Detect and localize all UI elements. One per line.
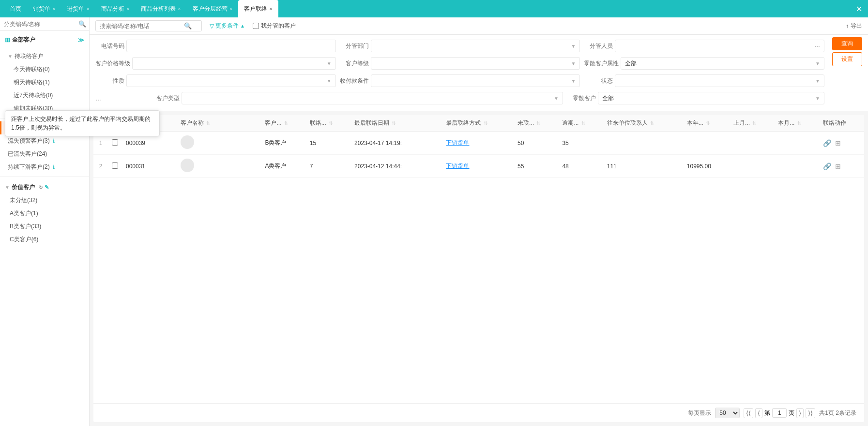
nav-tab-analysis-list[interactable]: 商品分析列表 × (135, 0, 186, 17)
nav-tab-customer-segment[interactable]: 客户分层经营 × (187, 0, 238, 17)
person-select[interactable]: ··· (615, 40, 824, 52)
close-analysis-list-tab[interactable]: × (178, 6, 181, 12)
status-select[interactable]: ▼ (615, 74, 824, 87)
last-page-button[interactable]: ⟩⟩ (806, 408, 815, 418)
sidebar-collapse-icon[interactable]: ≫ (78, 37, 84, 44)
col-last-date[interactable]: 最后联络日期 ⇅ (350, 115, 442, 132)
sidebar-item-churn-warning[interactable]: 流失预警客户(3) ℹ (0, 134, 89, 147)
retail-customer-select[interactable]: 全部 ▼ (598, 92, 824, 104)
phone-select[interactable] (126, 40, 336, 52)
row-last-date-1: 2023-04-17 14:19: (350, 132, 442, 155)
row-last-method-1[interactable]: 下销货单 (442, 132, 514, 155)
sidebar-search-input[interactable] (4, 21, 76, 28)
col-type[interactable]: 客户... ⇅ (261, 115, 305, 132)
sidebar-search-icon[interactable]: 🔍 (78, 20, 86, 28)
close-analysis-tab[interactable]: × (126, 6, 129, 12)
close-purchase-tab[interactable]: × (86, 6, 89, 12)
col-last-method[interactable]: 最后联络方式 ⇅ (442, 115, 514, 132)
filter-arrow-icon: ▲ (240, 23, 245, 29)
col-this-month[interactable]: 本月... ⇅ (774, 115, 819, 132)
refresh-icon[interactable]: ↻ (39, 185, 43, 190)
row-overdue-1: 35 (558, 132, 603, 155)
pending-group-title[interactable]: ▼ 待联络客户 (0, 50, 89, 63)
value-customers-header[interactable]: ▼ 价值客户 ↻ ✎ (0, 181, 89, 194)
price-level-select[interactable]: ▼ (132, 57, 336, 70)
window-close-button[interactable]: ✕ (856, 4, 862, 14)
nav-tab-purchase[interactable]: 进货单 × (61, 0, 95, 17)
settings-button[interactable]: 设置 (832, 52, 862, 66)
col-this-year[interactable]: 本年... ⇅ (683, 115, 730, 132)
sidebar-item-class-c[interactable]: C类客户(6) (0, 233, 89, 246)
more-filter-button[interactable]: ▽ 更多条件 ▲ (206, 22, 249, 30)
page-size-select[interactable]: 50 100 200 (715, 408, 740, 418)
page-number-input[interactable] (772, 408, 787, 418)
sidebar-item-class-a[interactable]: A类客户(1) (0, 207, 89, 220)
search-icon[interactable]: 🔍 (184, 22, 192, 29)
close-customer-contact-tab[interactable]: × (269, 6, 272, 12)
type-sort-icon: ⇅ (284, 120, 288, 126)
gender-select[interactable]: ▼ (126, 74, 336, 87)
dept-select[interactable]: ▼ (371, 40, 580, 52)
sidebar-item-tomorrow[interactable]: 明天待联络(1) (0, 76, 89, 89)
row-1-grid-icon[interactable]: ⊞ (835, 139, 841, 147)
sidebar-all-customers-header[interactable]: ⊞ 全部客户 ≫ (0, 33, 89, 47)
row-1-link-icon[interactable]: 🔗 (823, 139, 831, 147)
query-button[interactable]: 查询 (832, 37, 862, 50)
close-customer-segment-tab[interactable]: × (229, 6, 232, 12)
row-contact-2: 7 (306, 155, 350, 178)
person-more-icon[interactable]: ··· (814, 42, 820, 50)
toolbar: 🔍 ▽ 更多条件 ▲ 我分管的客户 ↑ 导出 (90, 17, 868, 35)
info-icon-churn[interactable]: ℹ (53, 138, 55, 144)
customer-type-select[interactable]: ▼ (182, 92, 563, 104)
row-last-method-2[interactable]: 下销货单 (442, 155, 514, 178)
sidebar-search-area: 🔍 (0, 17, 89, 31)
nav-tab-sales[interactable]: 销货单 × (27, 0, 61, 17)
nav-tab-home[interactable]: 首页 (4, 0, 27, 17)
row-2-grid-icon[interactable]: ⊞ (835, 162, 841, 170)
customer-level-select[interactable]: ▼ (371, 57, 580, 70)
sidebar-item-declining[interactable]: 持续下滑客户(2) ℹ (0, 161, 89, 174)
my-customers-checkbox[interactable] (253, 23, 259, 29)
sidebar-item-today[interactable]: 今天待联络(0) (0, 63, 89, 76)
row-2-checkbox[interactable] (112, 162, 118, 169)
row-1-checkbox[interactable] (112, 139, 118, 146)
close-sales-tab[interactable]: × (52, 6, 55, 12)
sidebar-item-churned[interactable]: 已流失客户(24) (0, 147, 89, 161)
first-page-button[interactable]: ⟨⟨ (744, 408, 753, 418)
row-uncontacted-2: 55 (514, 155, 558, 178)
col-name[interactable]: 客户名称 ⇅ (177, 115, 261, 132)
more-dots-icon[interactable]: ... (95, 94, 101, 102)
next-page-button[interactable]: ⟩ (796, 408, 804, 418)
unit-contact-sort-icon: ⇅ (650, 120, 654, 126)
search-input[interactable] (100, 23, 182, 29)
row-name-1 (177, 132, 261, 155)
sidebar-item-7days[interactable]: 近7天待联络(0) (0, 89, 89, 102)
payment-select[interactable]: ▼ (371, 74, 580, 87)
row-2-link-icon[interactable]: 🔗 (823, 162, 831, 170)
table-header-row: ⚙ 客户编码 ⇅ 客户名称 ⇅ (93, 115, 864, 132)
nav-tab-customer-contact[interactable]: 客户联络 × (238, 0, 278, 17)
row-this-month-1 (774, 132, 819, 155)
retail-attr-select[interactable]: 全部 ▼ (621, 57, 824, 70)
col-contact[interactable]: 联络... ⇅ (306, 115, 350, 132)
filter-icon: ▽ (210, 23, 214, 29)
col-unit-contact[interactable]: 往来单位联系人 ⇅ (603, 115, 683, 132)
row-overdue-2: 48 (558, 155, 603, 178)
edit-icon[interactable]: ✎ (45, 184, 49, 191)
nav-tab-analysis[interactable]: 商品分析 × (95, 0, 135, 17)
row-checkbox-2[interactable] (108, 155, 122, 178)
row-num-2: 2 (93, 155, 108, 178)
col-uncontacted[interactable]: 未联... ⇅ (514, 115, 558, 132)
info-icon-declining[interactable]: ℹ (53, 164, 55, 170)
filter-retail-customer: 零散客户 全部 ▼ (567, 92, 824, 104)
col-last-month[interactable]: 上月... ⇅ (730, 115, 774, 132)
main-layout: 🔍 ⊞ 全部客户 ≫ ▼ 待联络客户 今天待联络(0) 明天待联络(1) 近7天… (0, 17, 868, 426)
sidebar-item-class-b[interactable]: B类客户(33) (0, 220, 89, 233)
prev-page-button[interactable]: ⟨ (755, 408, 762, 418)
last-method-sort-icon: ⇅ (484, 120, 487, 126)
export-button[interactable]: ↑ 导出 (846, 22, 862, 30)
col-overdue[interactable]: 逾期... ⇅ (558, 115, 603, 132)
filter-row-2: 客户价格等级 ▼ 客户等级 ▼ (95, 55, 824, 72)
pending-arrow-icon: ▼ (8, 54, 13, 59)
sidebar-item-ungrouped[interactable]: 未分组(32) (0, 194, 89, 207)
